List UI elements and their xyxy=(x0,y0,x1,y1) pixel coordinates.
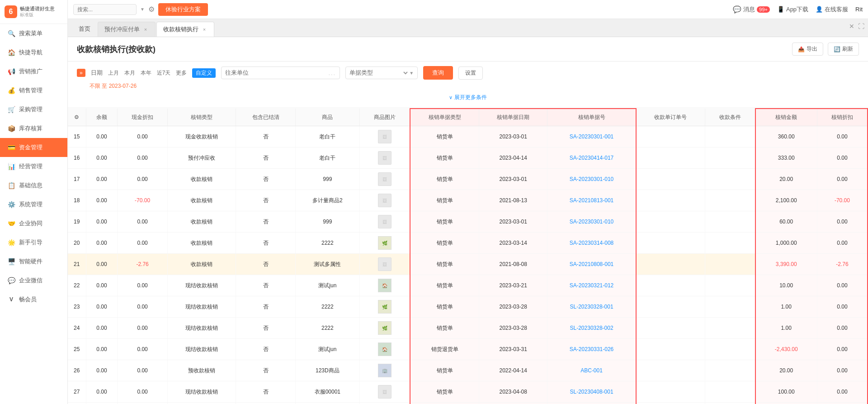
row-product-img: 🖼 xyxy=(360,126,410,147)
row-verify-discount: 0.00 xyxy=(817,360,868,381)
row-verify-type: 收款核销 xyxy=(167,190,236,211)
topbar-gear-icon[interactable]: ⚙ xyxy=(148,5,155,14)
row-include-settled: 否 xyxy=(236,403,295,404)
row-balance: 0.00 xyxy=(86,318,118,339)
verify-bill-no-link[interactable]: ABC-001 xyxy=(580,367,603,374)
online-service-link[interactable]: 👤 在线客服 xyxy=(816,5,848,14)
sidebar-item-marketing[interactable]: 📢 营销推广 xyxy=(0,62,67,81)
col-verify-bill-type-header: 核销单据类型 xyxy=(410,109,479,126)
date-range-info: 不限 至 2023-07-26 xyxy=(90,82,137,90)
verify-bill-no-link[interactable]: SA-20230314-008 xyxy=(570,240,613,246)
voucher-type-label: 单据类型 xyxy=(349,69,373,77)
sidebar-label-basic: 基础信息 xyxy=(19,181,42,190)
col-include-settled-header: 包含已结清 xyxy=(236,109,295,126)
notification-label: 消息 xyxy=(743,5,755,14)
col-verify-bill-no-header: 核销单据号 xyxy=(547,109,636,126)
verify-bill-no-link[interactable]: SA-20230331-026 xyxy=(570,346,613,352)
expand-icon: ∨ xyxy=(449,95,453,100)
verify-bill-no-link[interactable]: SA-20230301-010 xyxy=(570,176,613,182)
sidebar-item-member[interactable]: V 畅会员 xyxy=(0,290,67,309)
from-unit-input[interactable] xyxy=(252,70,328,76)
sidebar-item-finance[interactable]: 💳 资金管理 xyxy=(0,138,67,157)
sidebar-item-hardware[interactable]: 🖥️ 智能硬件 xyxy=(0,252,67,271)
expand-more-conditions-btn[interactable]: ∨ 展开更多条件 xyxy=(449,94,487,101)
verify-bill-no-link[interactable]: SL-20230408-001 xyxy=(570,389,613,395)
refresh-button[interactable]: 🔄 刷新 xyxy=(828,43,859,56)
row-product: 老白干 xyxy=(295,147,359,169)
row-cash-discount: 0.00 xyxy=(118,360,168,381)
col-verify-bill-date-header: 核销单据日期 xyxy=(479,109,547,126)
row-include-settled: 否 xyxy=(236,233,295,254)
row-verify-type: 收款核销 xyxy=(167,254,236,275)
verify-bill-no-link[interactable]: SA-20230321-012 xyxy=(570,282,613,289)
sidebar-item-inventory[interactable]: 📦 库存核算 xyxy=(0,119,67,138)
verify-bill-no-link[interactable]: SA-20230301-001 xyxy=(570,133,613,140)
row-verify-amount: 1,000.00 xyxy=(755,233,817,254)
custom-date-badge[interactable]: 自定义 xyxy=(192,68,216,78)
more-link[interactable]: 更多 xyxy=(176,69,187,77)
sidebar-item-purchase[interactable]: 🛒 采购管理 xyxy=(0,100,67,119)
row-verify-amount: -2,430.00 xyxy=(755,339,817,360)
user-name[interactable]: Rit xyxy=(855,6,863,13)
row-balance: 0.00 xyxy=(86,381,118,403)
row-verify-bill-no: SA-20230321-012 xyxy=(547,275,636,296)
service-icon: 👤 xyxy=(816,6,823,13)
verify-bill-no-link[interactable]: SA-20210808-001 xyxy=(570,261,613,267)
verify-bill-no-link[interactable]: SA-20230301-010 xyxy=(570,219,613,225)
last7-link[interactable]: 近7天 xyxy=(157,69,171,77)
tab-close-all-icon[interactable]: ✕ xyxy=(849,23,854,30)
industry-solution-button[interactable]: 休验行业方案 xyxy=(158,3,208,16)
notification-area[interactable]: 💬 消息 99+ xyxy=(733,5,770,14)
last-month-link[interactable]: 上月 xyxy=(108,69,119,77)
sidebar-item-wechat[interactable]: 💬 企业微信 xyxy=(0,271,67,290)
verify-bill-no-link[interactable]: SL-20230328-001 xyxy=(570,304,613,310)
row-verify-bill-type: 销货单 xyxy=(410,233,479,254)
this-year-link[interactable]: 本年 xyxy=(141,69,151,77)
tab-collection[interactable]: 收款核销执行 × xyxy=(156,22,214,37)
verify-bill-no-link[interactable]: SA-20230414-017 xyxy=(570,155,613,161)
tab-collection-close[interactable]: × xyxy=(201,26,208,33)
row-balance: 0.00 xyxy=(86,360,118,381)
row-id: 19 xyxy=(68,211,86,233)
topbar-search-input[interactable] xyxy=(73,4,137,15)
sidebar-item-sales[interactable]: 💰 销售管理 xyxy=(0,81,67,100)
verify-bill-no-link[interactable]: SA-20210813-001 xyxy=(570,197,613,204)
row-verify-bill-type: 销货单 xyxy=(410,126,479,147)
from-unit-dots: ... xyxy=(328,70,336,76)
sidebar-label-inventory: 库存核算 xyxy=(19,124,42,133)
voucher-type-select[interactable] xyxy=(377,69,409,77)
this-month-link[interactable]: 本月 xyxy=(124,69,135,77)
settings-button[interactable]: 设置 xyxy=(458,67,483,80)
tab-home[interactable]: 首页 xyxy=(71,21,98,37)
col-verify-type-header: 核销类型 xyxy=(167,109,236,126)
sidebar-item-basic[interactable]: 📋 基础信息 xyxy=(0,176,67,195)
col-gear-header[interactable]: ⚙ xyxy=(68,109,86,126)
row-verify-amount: 3,390.00 xyxy=(755,254,817,275)
row-verify-bill-no: SL-20230328-001 xyxy=(547,296,636,318)
query-button[interactable]: 查询 xyxy=(423,66,453,80)
filter-expand-arrow[interactable]: » xyxy=(77,69,85,77)
row-id: 27 xyxy=(68,381,86,403)
app-download-link[interactable]: 📱 App下载 xyxy=(777,5,808,14)
row-product: 2222 xyxy=(295,296,359,318)
product-img: 🏢 xyxy=(378,364,392,377)
sidebar-item-search[interactable]: 🔍 搜索菜单 xyxy=(0,24,67,43)
tab-prepay-close[interactable]: × xyxy=(142,26,149,33)
row-cash-discount: 0.00 xyxy=(118,296,168,318)
tab-expand-icon[interactable]: ⛶ xyxy=(858,23,864,30)
row-verify-discount: 0.00 xyxy=(817,318,868,339)
notification-count: 99+ xyxy=(757,6,770,13)
sidebar-item-enterprise[interactable]: 🤝 企业协同 xyxy=(0,214,67,233)
sidebar-item-guide[interactable]: 🌟 新手引导 xyxy=(0,233,67,252)
row-verify-discount: -2.76 xyxy=(817,254,868,275)
sidebar-item-operation[interactable]: 📊 经营管理 xyxy=(0,157,67,176)
verify-bill-no-link[interactable]: SL-20230328-002 xyxy=(570,325,613,331)
table-row: 17 0.00 0.00 收款核销 否 999 🖼 销货单 2023-03-01… xyxy=(68,169,868,190)
export-button[interactable]: 📤 导出 xyxy=(792,43,823,56)
sidebar-item-system[interactable]: ⚙️ 系统管理 xyxy=(0,195,67,214)
sidebar-label-enterprise: 企业协同 xyxy=(19,219,42,228)
row-id: 28 xyxy=(68,403,86,404)
sidebar-item-quick[interactable]: 🏠 快捷导航 xyxy=(0,43,67,62)
row-product: 2222 xyxy=(295,233,359,254)
tab-prepay[interactable]: 预付冲应付单 × xyxy=(98,22,156,37)
